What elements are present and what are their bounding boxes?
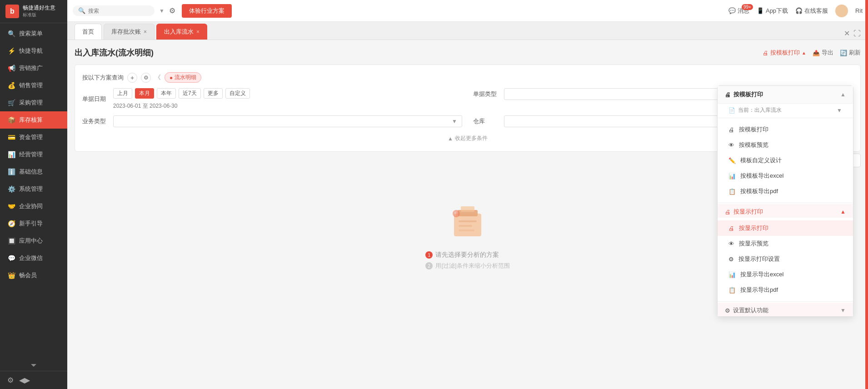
collab-icon: 🤝	[7, 202, 15, 210]
export-btn[interactable]: 📤 导出	[813, 49, 833, 57]
display-preview-icon: 👁	[728, 240, 734, 247]
tab-inventory-flow[interactable]: 出入库流水 ×	[156, 24, 207, 40]
display-pdf-item[interactable]: 📋 按显示导出pdf	[718, 282, 853, 298]
message-btn[interactable]: 💬 消息 99+	[728, 7, 749, 15]
svg-point-6	[453, 210, 460, 217]
user-avatar[interactable]	[835, 5, 848, 17]
logo-text: 畅捷通好生意 标准版	[23, 5, 55, 18]
date-btn-7days[interactable]: 近7天	[179, 88, 201, 99]
business-icon: 📊	[7, 150, 15, 159]
chevron-up-icon: ▲	[448, 135, 453, 142]
tab-batch-account[interactable]: 库存批次账 ×	[104, 24, 155, 40]
collapse-filter-btn[interactable]: ▲ 收起更多条件	[448, 135, 488, 142]
excel-item-icon: 📊	[728, 173, 736, 180]
page-actions: 🖨 按模板打印 ▲ 📤 导出 🔄 刷新	[763, 49, 861, 57]
template-design-item[interactable]: ✏️ 模板自定义设计	[718, 153, 853, 168]
sidebar-item-info[interactable]: ℹ️ 基础信息	[0, 163, 67, 180]
print-dropdown-panel: 🖨 按模板打印 ▲ 📄 当前：出入库流水 ▼ 🖨 按模板打印	[717, 85, 853, 317]
date-btn-this-year[interactable]: 本年	[157, 88, 176, 99]
filter-biztype-field: 业务类型 ▼	[82, 115, 462, 127]
resize-handle[interactable]	[865, 0, 868, 389]
template-preview-item[interactable]: 👁 按模板预览	[718, 137, 853, 153]
display-excel-item[interactable]: 📊 按显示导出excel	[718, 267, 853, 282]
display-print-group-header[interactable]: 🖨 按显示打印 ▲	[718, 204, 853, 218]
set-default-icon: ⚙	[725, 307, 730, 314]
template-pdf-item[interactable]: 📋 按模板导出pdf	[718, 184, 853, 199]
filter-biztype-select[interactable]: ▼	[113, 115, 462, 127]
filter-tag-icon: ●	[170, 75, 173, 81]
sidebar-item-guide[interactable]: 🧭 新手引导	[0, 215, 67, 232]
search-icon: 🔍	[78, 7, 85, 14]
print-template-btn[interactable]: 🖨 按模板打印 ▲	[763, 49, 806, 57]
display-print-item[interactable]: 🖨 按显示打印	[718, 220, 853, 236]
topbar-right: 💬 消息 99+ 📱 App下载 🎧 在线客服 Rit	[728, 5, 863, 17]
sales-icon: 💰	[7, 81, 15, 90]
refresh-btn[interactable]: 🔄 刷新	[840, 49, 861, 57]
sidebar-scroll-down[interactable]	[0, 360, 67, 371]
mobile-icon: 📱	[757, 7, 764, 14]
collapse-sidebar-icon[interactable]: ◀▶	[19, 376, 30, 384]
username-label[interactable]: Rit	[855, 7, 863, 14]
dropdown-close-arrow[interactable]: ▲	[840, 91, 846, 98]
date-btn-this-month[interactable]: 本月	[135, 88, 154, 99]
dropdown-current-item: 📄 当前：出入库流水 ▼	[718, 104, 853, 117]
app-download-btn[interactable]: 📱 App下载	[757, 7, 788, 15]
sidebar: b 畅捷通好生意 标准版 🔍 搜索菜单 ⚡ 快捷导航 📢 营销推广 💰 销售管理	[0, 0, 67, 389]
display-settings-item[interactable]: ⚙ 按显示打印设置	[718, 251, 853, 267]
sidebar-item-quicknav[interactable]: ⚡ 快捷导航	[0, 42, 67, 60]
search-input[interactable]	[88, 8, 143, 14]
sidebar-item-inventory[interactable]: 📦 库存核算	[0, 111, 67, 129]
display-excel-icon: 📊	[728, 271, 736, 278]
filter-add-btn[interactable]: +	[127, 73, 137, 83]
sidebar-footer: ⚙ ◀▶	[0, 371, 67, 389]
filter-date-options: 上月 本月 本年 近7天 更多 自定义	[113, 88, 250, 99]
template-print-item[interactable]: 🖨 按模板打印	[718, 122, 853, 137]
export-icon: 📤	[813, 50, 820, 56]
pdf-item-icon: 📋	[728, 188, 736, 195]
date-btn-custom[interactable]: 自定义	[225, 88, 250, 99]
sidebar-item-marketing[interactable]: 📢 营销推广	[0, 60, 67, 77]
sidebar-item-system[interactable]: ⚙️ 系统管理	[0, 180, 67, 198]
tab-batch-close[interactable]: ×	[144, 29, 147, 35]
topbar-dropdown-icon[interactable]: ▼	[159, 8, 165, 14]
sidebar-item-purchase[interactable]: 🛒 采购管理	[0, 94, 67, 111]
set-default-header[interactable]: ⚙ 设置默认功能 ▼	[718, 303, 853, 316]
svg-rect-3	[459, 220, 477, 222]
nav-icon: ⚡	[7, 47, 15, 55]
settings-footer-icon[interactable]: ⚙	[7, 376, 14, 384]
sidebar-item-member[interactable]: 👑 畅会员	[0, 267, 67, 284]
sidebar-item-sales[interactable]: 💰 销售管理	[0, 77, 67, 94]
sidebar-item-finance[interactable]: 💳 资金管理	[0, 129, 67, 146]
message-badge: 99+	[742, 4, 753, 10]
sidebar-item-search[interactable]: 🔍 搜索菜单	[0, 25, 67, 42]
finance-icon: 💳	[7, 133, 15, 141]
page-title: 出入库流水(流水明细)	[75, 47, 154, 58]
sidebar-item-wechat[interactable]: 💬 企业微信	[0, 249, 67, 267]
tab-flow-close[interactable]: ×	[196, 29, 200, 35]
sidebar-item-collab[interactable]: 🤝 企业协同	[0, 198, 67, 215]
tab-home[interactable]: 首页	[75, 24, 102, 40]
online-service-btn[interactable]: 🎧 在线客服	[795, 7, 828, 15]
logo-icon: b	[5, 5, 19, 18]
apps-icon: 🔲	[7, 237, 15, 245]
sidebar-item-business[interactable]: 📊 经营管理	[0, 146, 67, 163]
tabs-bar: 首页 库存批次账 × 出入库流水 × ✕ ⛶	[67, 22, 868, 40]
template-excel-item[interactable]: 📊 按模板导出excel	[718, 168, 853, 184]
trial-btn[interactable]: 体验行业方案	[182, 4, 232, 18]
date-btn-more[interactable]: 更多	[204, 88, 223, 99]
topbar-search-box[interactable]: 🔍	[73, 5, 155, 16]
filter-date-label: 单据日期	[82, 95, 110, 103]
topbar: 🔍 ▼ ⚙ 体验行业方案 💬 消息 99+ 📱 App下载 🎧 在	[67, 0, 868, 22]
filter-collapse-btn[interactable]: 《	[155, 74, 161, 82]
sidebar-item-apps[interactable]: 🔲 应用中心	[0, 232, 67, 249]
tab-expand-icon[interactable]: ⛶	[853, 30, 861, 38]
tab-close-all-icon[interactable]: ✕	[844, 29, 850, 38]
date-btn-last-month[interactable]: 上月	[113, 88, 132, 99]
print-arrow-up-icon: ▲	[802, 50, 806, 55]
filter-settings-btn[interactable]: ⚙	[141, 73, 151, 83]
filter-tag-flow[interactable]: ● 流水明细	[165, 72, 201, 83]
current-label: 当前：出入库流水	[738, 106, 782, 114]
print-item-icon: 🖨	[728, 126, 734, 133]
display-preview-item[interactable]: 👁 按显示预览	[718, 236, 853, 251]
topbar-gear-icon[interactable]: ⚙	[169, 6, 175, 15]
